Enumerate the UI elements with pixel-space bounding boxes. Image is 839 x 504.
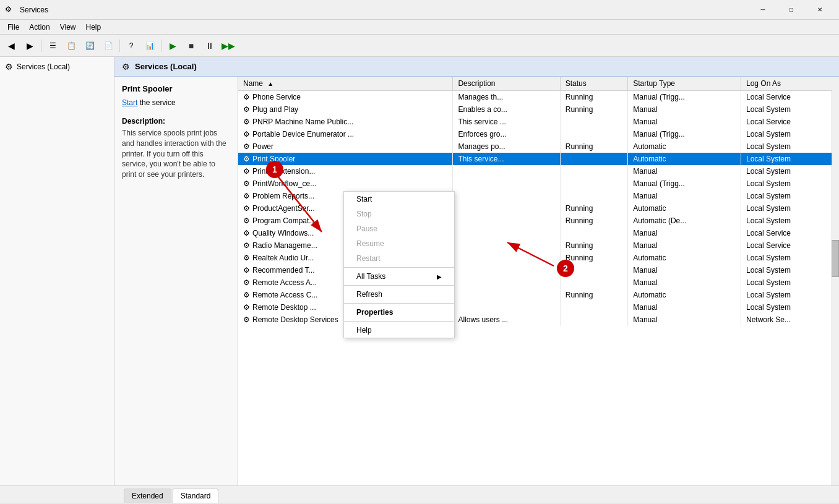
refresh-button[interactable]: 🔄 xyxy=(81,37,98,54)
description-text: This service spools print jobs and handl… xyxy=(122,128,230,180)
service-desc-cell xyxy=(453,177,560,190)
service-status-cell: Running xyxy=(560,91,627,104)
context-menu-item-start[interactable]: Start xyxy=(344,192,454,207)
separator-1 xyxy=(41,40,41,52)
service-row-icon: ⚙ xyxy=(243,315,250,324)
service-status-cell: Running xyxy=(560,103,627,116)
help-button[interactable]: ? xyxy=(123,37,140,54)
service-logon-cell: Local System xyxy=(741,165,838,177)
close-button[interactable]: ✕ xyxy=(806,0,834,20)
service-startup-cell: Manual (Trigg... xyxy=(628,177,741,190)
table-row[interactable]: ⚙Quality Windows...ManualLocal Service xyxy=(238,227,839,239)
service-startup-cell: Manual xyxy=(628,276,741,289)
minimize-button[interactable]: ─ xyxy=(749,0,777,20)
table-row[interactable]: ⚙Problem Reports...ManualLocal System xyxy=(238,190,839,202)
service-desc-cell xyxy=(453,276,560,289)
service-status-cell xyxy=(560,301,627,314)
tab-standard[interactable]: Standard xyxy=(173,489,219,503)
service-status-cell xyxy=(560,190,627,202)
sidebar-item-label: Services (Local) xyxy=(17,62,70,71)
play-button[interactable]: ▶ xyxy=(164,37,181,54)
service-desc-cell xyxy=(453,165,560,177)
scrollbar-thumb[interactable] xyxy=(832,240,839,277)
table-row[interactable]: ⚙Portable Device Enumerator ...Enforces … xyxy=(238,128,839,140)
service-startup-cell: Manual xyxy=(628,165,741,177)
table-row[interactable]: ⚙PowerManages po...RunningAutomaticLocal… xyxy=(238,140,839,153)
service-desc-cell xyxy=(453,301,560,314)
context-menu-item-stop: Stop xyxy=(344,207,454,221)
services-table: Name ▲ Description Status Startup Type L… xyxy=(238,77,839,326)
service-desc-cell xyxy=(453,264,560,276)
show-hide-button[interactable]: ☰ xyxy=(44,37,61,54)
service-logon-cell: Local System xyxy=(741,215,838,227)
context-menu-item-help[interactable]: Help xyxy=(344,323,454,338)
table-row[interactable]: ⚙Remote Desktop ServicesAllows users ...… xyxy=(238,314,839,326)
service-row-icon: ⚙ xyxy=(243,254,250,262)
service-logon-cell: Local System xyxy=(741,276,838,289)
service-row-icon: ⚙ xyxy=(243,278,250,287)
right-panel[interactable]: Name ▲ Description Status Startup Type L… xyxy=(238,77,839,485)
forward-button[interactable]: ▶ xyxy=(21,37,38,54)
table-row[interactable]: ⚙Realtek Audio Ur...RunningAutomaticLoca… xyxy=(238,252,839,264)
service-logon-cell: Local System xyxy=(741,190,838,202)
service-status-cell: Running xyxy=(560,239,627,252)
context-menu-item-all-tasks[interactable]: All Tasks▶ xyxy=(344,269,454,284)
menu-bar: File Action View Help xyxy=(0,20,839,35)
table-row[interactable]: ⚙Program Compat...RunningAutomatic (De..… xyxy=(238,215,839,227)
service-logon-cell: Local System xyxy=(741,153,838,165)
services-icon: ⚙ xyxy=(5,62,13,72)
table-row[interactable]: ⚙ProductAgentSer...RunningAutomaticLocal… xyxy=(238,202,839,215)
table-row[interactable]: ⚙Remote Desktop ...ManualLocal System xyxy=(238,301,839,314)
content-header-title: Services (Local) xyxy=(135,62,197,71)
table-row[interactable]: ⚙Plug and PlayEnables a co...RunningManu… xyxy=(238,103,839,116)
service-status-cell xyxy=(560,116,627,128)
start-link[interactable]: Start xyxy=(122,98,137,107)
pause-button[interactable]: ⏸ xyxy=(201,37,218,54)
scrollbar-track[interactable] xyxy=(832,77,839,485)
service-startup-cell: Manual xyxy=(628,116,741,128)
export-button[interactable]: 📄 xyxy=(100,37,117,54)
service-desc-cell xyxy=(453,252,560,264)
service-row-icon: ⚙ xyxy=(243,167,250,176)
table-row[interactable]: ⚙Phone ServiceManages th...RunningManual… xyxy=(238,91,839,104)
properties-button[interactable]: 📋 xyxy=(62,37,80,54)
table-row[interactable]: ⚙Printer Extension...ManualLocal System xyxy=(238,165,839,177)
service-desc-cell: Enforces gro... xyxy=(453,128,560,140)
table-row[interactable]: ⚙Remote Access C...RunningAutomaticLocal… xyxy=(238,289,839,301)
service-startup-cell: Manual xyxy=(628,190,741,202)
sidebar-item-services-local[interactable]: ⚙ Services (Local) xyxy=(0,59,114,74)
the-service-label: the service xyxy=(140,98,176,107)
table-row[interactable]: ⚙PNRP Machine Name Public...This service… xyxy=(238,116,839,128)
menu-help[interactable]: Help xyxy=(81,22,106,33)
context-menu-item-refresh[interactable]: Refresh xyxy=(344,287,454,302)
table-row[interactable]: ⚙PrintWorkflow_ce...Manual (Trigg...Loca… xyxy=(238,177,839,190)
col-header-status: Status xyxy=(560,77,627,91)
maximize-button[interactable]: □ xyxy=(777,0,806,20)
table-row[interactable]: ⚙Radio Manageme...RunningManualLocal Ser… xyxy=(238,239,839,252)
tabs-bar: Extended Standard xyxy=(0,485,839,503)
menu-view[interactable]: View xyxy=(55,22,81,33)
table-row[interactable]: ⚙Print SpoolerThis service...AutomaticLo… xyxy=(238,153,839,165)
annotation-1: 1 xyxy=(266,161,283,178)
service-name-heading: Print Spooler xyxy=(122,84,230,93)
table-row[interactable]: ⚙Recommended T...ManualLocal System xyxy=(238,264,839,276)
context-menu: StartStopPauseResumeRestartAll Tasks▶Ref… xyxy=(343,191,455,338)
menu-action[interactable]: Action xyxy=(24,22,54,33)
service-desc-cell: This service... xyxy=(453,153,560,165)
console-button[interactable]: 📊 xyxy=(141,37,158,54)
context-menu-item-properties[interactable]: Properties xyxy=(344,305,454,320)
back-button[interactable]: ◀ xyxy=(2,37,20,54)
service-desc-cell xyxy=(453,239,560,252)
menu-file[interactable]: File xyxy=(2,22,24,33)
service-row-icon: ⚙ xyxy=(243,93,250,101)
service-row-icon: ⚙ xyxy=(243,216,250,225)
col-header-logon: Log On As xyxy=(741,77,838,91)
context-menu-separator xyxy=(344,267,454,268)
table-row[interactable]: ⚙Remote Access A...ManualLocal System xyxy=(238,276,839,289)
tab-extended[interactable]: Extended xyxy=(124,489,171,503)
service-startup-cell: Manual xyxy=(628,264,741,276)
step-button[interactable]: ▶▶ xyxy=(220,37,237,54)
stop-button[interactable]: ■ xyxy=(183,37,200,54)
service-desc-cell: This service ... xyxy=(453,116,560,128)
service-logon-cell: Local System xyxy=(741,289,838,301)
